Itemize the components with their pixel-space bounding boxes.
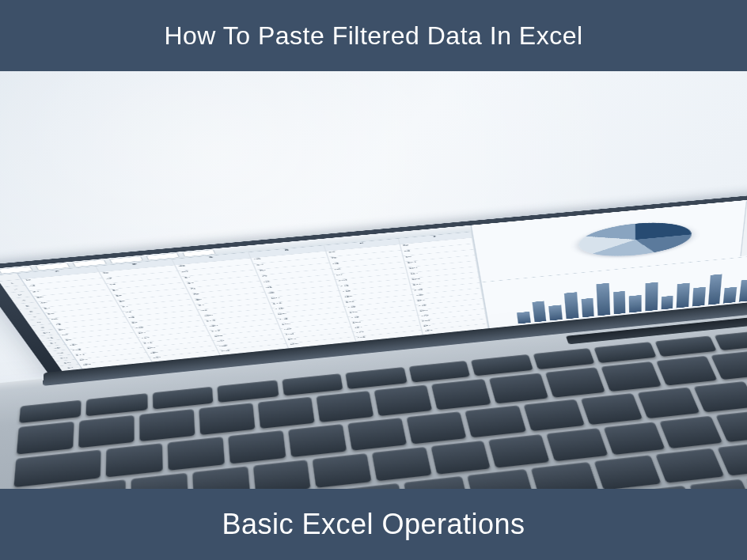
hero-illustration: 123456789101112131415161718 ABCDEF173043…: [0, 71, 747, 489]
key: [408, 361, 470, 383]
bar: [613, 291, 626, 314]
key: [594, 342, 657, 363]
side-panel: [740, 198, 747, 256]
key: [471, 354, 533, 376]
bar: [581, 298, 594, 318]
key: [106, 443, 163, 477]
key: [13, 449, 100, 487]
key: [488, 434, 549, 468]
key: [430, 441, 491, 475]
key: [372, 447, 431, 481]
key: [656, 356, 717, 386]
key: [523, 399, 585, 431]
pie-chart-graphic: [578, 218, 692, 260]
key: [533, 348, 594, 369]
bar: [645, 282, 658, 312]
subtitle-banner: Basic Excel Operations: [0, 489, 747, 560]
bar: [597, 283, 610, 316]
key: [168, 437, 225, 471]
bar: [692, 287, 706, 307]
key: [715, 330, 747, 350]
bar: [661, 296, 673, 310]
key: [199, 403, 256, 435]
key: [86, 393, 147, 416]
key: [654, 335, 717, 357]
key: [488, 373, 548, 404]
bar: [677, 283, 690, 308]
key: [153, 387, 214, 410]
key: [139, 409, 195, 441]
bar: [549, 305, 563, 320]
page-subtitle: Basic Excel Operations: [222, 508, 525, 541]
key: [431, 379, 490, 410]
key: [229, 430, 286, 464]
key: [317, 391, 374, 422]
key: [656, 448, 725, 483]
title-banner: How To Paste Filtered Data In Excel: [0, 0, 747, 71]
key: [693, 381, 747, 412]
key: [546, 428, 608, 461]
key: [19, 400, 82, 423]
key: [252, 460, 311, 489]
key: [192, 466, 250, 489]
key: [404, 476, 469, 489]
page-title: How To Paste Filtered Data In Excel: [164, 21, 582, 51]
key: [580, 393, 642, 425]
bar: [723, 287, 737, 304]
key: [131, 473, 188, 489]
key: [374, 384, 433, 416]
key: [218, 380, 279, 403]
bar: [532, 301, 546, 322]
key: [258, 397, 315, 429]
bar: [629, 295, 641, 312]
bar: [707, 274, 722, 305]
key: [348, 418, 408, 451]
key: [407, 411, 467, 444]
key: [544, 367, 605, 397]
bar: [739, 279, 747, 301]
key: [593, 455, 662, 489]
key: [465, 405, 526, 437]
key: [468, 469, 534, 489]
key: [637, 387, 700, 418]
key: [689, 479, 747, 489]
key: [282, 373, 343, 395]
key: [288, 424, 347, 457]
key: [603, 422, 665, 455]
key: [711, 350, 747, 380]
key: [78, 415, 135, 448]
key: [17, 422, 74, 455]
key: [531, 462, 598, 489]
key: [601, 361, 662, 392]
bar: [517, 312, 530, 324]
bar: [564, 292, 578, 319]
key: [313, 453, 371, 488]
key: [660, 416, 723, 448]
key: [346, 367, 408, 389]
laptop-illustration: 123456789101112131415161718 ABCDEF173043…: [0, 71, 747, 489]
